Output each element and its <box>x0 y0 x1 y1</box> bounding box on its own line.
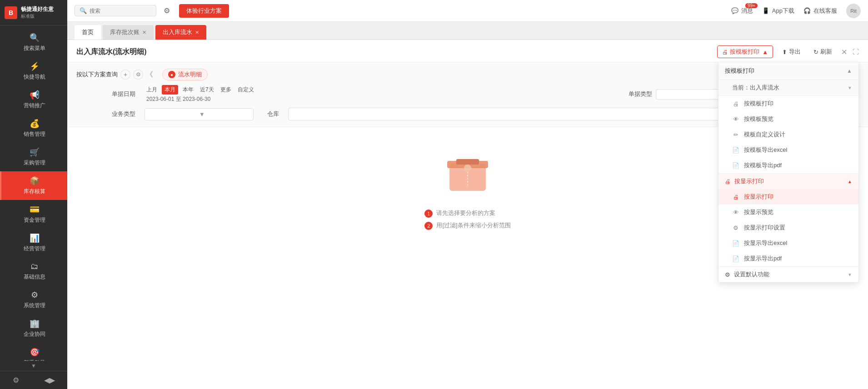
sidebar-item-label: 销售管理 <box>24 130 45 138</box>
sidebar-item-corp[interactable]: 🏢 企业协同 <box>0 314 67 343</box>
sidebar-item-system[interactable]: ⚙ 系统管理 <box>0 285 67 314</box>
logo-icon: B <box>5 6 17 19</box>
sidebar-item-guide[interactable]: 🎯 新手引导 <box>0 343 67 361</box>
dropdown-item-template-pdf[interactable]: 📄 按模板导出pdf <box>718 158 858 173</box>
empty-icon <box>445 155 490 200</box>
dropdown-collapse-icon[interactable]: ▲ <box>847 68 852 74</box>
avatar[interactable]: Rit <box>846 4 861 18</box>
tab-batch[interactable]: 库存批次账 ✕ <box>103 25 154 40</box>
dropdown-group-header[interactable]: 🖨 按显示打印 ▲ <box>718 174 858 189</box>
dropdown-item-template-preview[interactable]: 👁 按模板预览 <box>718 111 858 127</box>
dropdown-item-display-print[interactable]: 🖨 按显示打印 <box>718 189 858 204</box>
sidebar-scroll-down[interactable]: ▼ <box>31 363 36 369</box>
message-button[interactable]: 💬 消息 99+ <box>731 7 753 15</box>
date-this-month[interactable]: 本月 <box>162 85 178 95</box>
sidebar-item-marketing[interactable]: 📢 营销推广 <box>0 85 67 114</box>
sidebar-bottom: ⚙ ◀▶ <box>0 371 67 389</box>
maximize-button[interactable]: ⛶ <box>853 48 859 55</box>
sidebar-item-label: 快捷导航 <box>24 73 45 81</box>
trial-button[interactable]: 体验行业方案 <box>179 4 229 18</box>
tab-home[interactable]: 首页 <box>75 25 101 40</box>
refresh-icon: ↻ <box>813 49 818 55</box>
sidebar-item-label: 资金管理 <box>24 216 45 224</box>
sidebar-item-label: 库存核算 <box>24 188 45 195</box>
sidebar-item-label: 采购管理 <box>24 159 45 167</box>
dropdown-display-section: 🖨 按显示打印 ▲ 🖨 按显示打印 👁 按显 <box>718 174 858 267</box>
tab-flow-close[interactable]: ✕ <box>195 30 199 35</box>
search-input[interactable] <box>90 8 149 14</box>
page-title: 出入库流水(流水明细) <box>76 47 147 57</box>
step-2-num: 2 <box>424 222 433 230</box>
dropdown-item-label: 按显示打印设置 <box>744 224 785 232</box>
group-collapse-icon[interactable]: ▲ <box>848 179 852 184</box>
app-download-button[interactable]: 📱 App下载 <box>762 7 794 15</box>
finance-icon: 💳 <box>30 204 40 214</box>
sidebar-item-purchase[interactable]: 🛒 采购管理 <box>0 143 67 171</box>
online-service-button[interactable]: 🎧 在线客服 <box>803 7 837 15</box>
close-page-button[interactable]: ✕ <box>841 48 847 56</box>
purchase-icon: 🛒 <box>30 147 40 157</box>
date-more[interactable]: 更多 <box>219 85 233 95</box>
dropdown-item-label: 按显示导出excel <box>744 239 787 247</box>
filter-settings-button[interactable]: ⚙ <box>133 70 143 80</box>
sidebar-item-operations[interactable]: 📊 经营管理 <box>0 229 67 257</box>
sidebar-item-basic[interactable]: 🗂 基础信息 <box>0 257 67 285</box>
quicknav-icon: ⚡ <box>30 61 40 71</box>
date-last-month[interactable]: 上月 <box>145 85 159 95</box>
filter-add-button[interactable]: + <box>120 70 130 80</box>
business-type-arrow: ▼ <box>199 111 249 118</box>
step-1-text: 请先选择要分析的方案 <box>436 209 495 217</box>
main-content: 🔍 ⚙ 体验行业方案 💬 消息 99+ 📱 App下载 🎧 在线客服 <box>67 0 868 389</box>
empty-illustration <box>445 155 490 195</box>
dropdown-item-display-preview[interactable]: 👁 按显示预览 <box>718 204 858 220</box>
tab-flow[interactable]: 出入库流水 ✕ <box>155 25 206 40</box>
search-box[interactable]: 🔍 <box>75 5 156 16</box>
date-this-year[interactable]: 本年 <box>181 85 195 95</box>
dropdown-item-display-excel[interactable]: 📄 按显示导出excel <box>718 235 858 251</box>
sidebar-item-finance[interactable]: 💳 资金管理 <box>0 200 67 229</box>
dropdown-item-display-settings[interactable]: ⚙ 按显示打印设置 <box>718 220 858 235</box>
sidebar-item-search[interactable]: 🔍 搜索菜单 <box>0 28 67 57</box>
sidebar-item-label: 营销推广 <box>24 102 45 110</box>
export-button[interactable]: ⬆ 导出 <box>778 46 804 58</box>
dropdown-item-template-custom[interactable]: ✏ 模板自定义设计 <box>718 127 858 142</box>
tabbar: 首页 库存批次账 ✕ 出入库流水 ✕ <box>67 22 868 40</box>
print-template-button[interactable]: 🖨 按模板打印 ▲ <box>717 45 773 58</box>
date-7days[interactable]: 近7天 <box>198 85 216 95</box>
filter-tag-icon: ● <box>168 71 175 78</box>
avatar-text: Rit <box>850 8 856 14</box>
page-header: 出入库流水(流水明细) 🖨 按模板打印 ▲ ⬆ 导出 ↻ 刷新 <box>67 40 868 62</box>
dropdown-item-display-pdf[interactable]: 📄 按显示导出pdf <box>718 251 858 266</box>
guide-icon: 🎯 <box>30 347 40 357</box>
dropdown-item-label: 按显示导出pdf <box>744 254 782 263</box>
date-custom[interactable]: 自定义 <box>236 85 256 95</box>
dropdown-item-template-excel[interactable]: 📄 按模板导出excel <box>718 142 858 158</box>
date-label: 单据日期 <box>76 90 135 98</box>
filter-collapse-button[interactable]: 《 <box>146 70 153 80</box>
dropdown-template-section: 🖨 按模板打印 👁 按模板预览 ✏ 模板自定义设计 <box>718 96 858 174</box>
dropdown-item-template-print[interactable]: 🖨 按模板打印 <box>718 96 858 111</box>
sidebar-item-quicknav[interactable]: ⚡ 快捷导航 <box>0 57 67 85</box>
tab-home-label: 首页 <box>82 28 94 36</box>
print-dropdown-panel: 按模板打印 ▲ 当前：出入库流水 ▼ 🖨 按模板 <box>718 62 859 283</box>
dropdown-footer[interactable]: ⚙ 设置默认功能 ▼ <box>718 267 858 282</box>
print-dropdown-arrow[interactable]: ▲ <box>762 49 768 55</box>
business-type-select[interactable]: ▼ <box>145 108 254 120</box>
export-label: 导出 <box>789 48 801 56</box>
dropdown-current-item[interactable]: 当前：出入库流水 ▼ <box>718 80 858 95</box>
empty-steps: 1 请先选择要分析的方案 2 用[过滤]条件来缩小分析范围 <box>424 209 510 234</box>
step-1-num: 1 <box>424 209 433 218</box>
sidebar-collapse-icon[interactable]: ◀▶ <box>44 376 55 384</box>
refresh-button[interactable]: ↻ 刷新 <box>810 46 836 58</box>
search-icon: 🔍 <box>80 7 87 14</box>
tab-batch-close[interactable]: ✕ <box>142 30 146 35</box>
gear-icon[interactable]: ⚙ <box>164 6 170 15</box>
preview-icon: 👁 <box>732 209 739 216</box>
sidebar-nav: 🔍 搜索菜单 ⚡ 快捷导航 📢 营销推广 💰 销售管理 🛒 采购管理 📦 <box>0 25 67 361</box>
sidebar-item-inventory[interactable]: 📦 库存核算 <box>0 171 67 200</box>
operations-icon: 📊 <box>30 233 40 243</box>
sidebar-settings-icon[interactable]: ⚙ <box>13 376 19 384</box>
sidebar-item-sales[interactable]: 💰 销售管理 <box>0 114 67 143</box>
filter-tag[interactable]: ● 流水明细 <box>162 69 208 80</box>
filter-tag-label: 流水明细 <box>178 70 202 79</box>
